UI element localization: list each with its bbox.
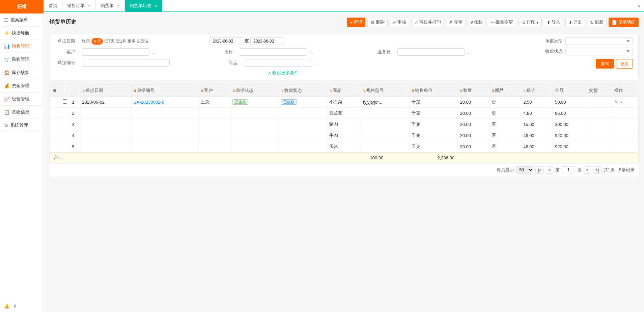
abandon-button[interactable]: ✗ 弃审	[446, 18, 466, 27]
import-button[interactable]: ⬆ 导入	[544, 18, 563, 27]
sidebar-item-sales[interactable]: 📊 销售管理	[0, 40, 44, 53]
settings-button[interactable]: 设置	[616, 59, 633, 69]
goods-input[interactable]	[244, 59, 311, 67]
edit-action-icon[interactable]: ✎	[614, 100, 618, 105]
pause-icon[interactable]: ⏸	[13, 304, 17, 309]
sidebar-item-purchase[interactable]: 🛒 采购管理	[0, 53, 44, 66]
col-date[interactable]: ⇅单据日期	[80, 85, 131, 97]
customer-more-icon[interactable]: ...	[151, 50, 155, 55]
quick-nav-icon: ⚡	[4, 30, 10, 36]
cell-action[interactable]: ✎ ⋯	[612, 97, 638, 108]
tab-sales-order[interactable]: 销售订单 ✕	[62, 0, 96, 12]
col-docno[interactable]: ⇅单据编号	[131, 85, 198, 97]
sidebar-item-inventory[interactable]: 🏠 库存核算	[0, 66, 44, 79]
tab-close-sales-goods[interactable]: ✕	[117, 4, 120, 8]
delete-button[interactable]: 🗑 删除	[367, 18, 388, 27]
cell-docno[interactable]	[131, 130, 198, 141]
payment-status-select[interactable]	[565, 48, 633, 55]
shortcut-more[interactable]: 更多	[128, 38, 136, 44]
shortcut-yesterday[interactable]: 昨天	[82, 38, 90, 44]
doc-type-select[interactable]	[565, 37, 633, 45]
date-to-input[interactable]	[250, 37, 284, 45]
show-detail-button[interactable]: 📄 显示明细	[609, 18, 639, 27]
docno-input[interactable]	[82, 59, 170, 67]
abandon-icon: ✗	[449, 20, 453, 25]
shortcut-custom[interactable]: 自定义	[137, 38, 149, 44]
data-table: ⚙ ⇅单据日期 ⇅单据编号 ⇅客户 ⇅单据状态 ⇅收款状态 ⇅商品 ⇅规格型号 …	[50, 85, 638, 152]
cell-action[interactable]	[612, 130, 638, 141]
col-goods[interactable]: ⇅商品	[327, 85, 361, 97]
page-number-input[interactable]	[562, 166, 575, 173]
select-all-checkbox[interactable]	[63, 88, 67, 92]
cell-trade	[587, 119, 612, 130]
col-config[interactable]: ⚙	[50, 85, 60, 97]
warehouse-more-icon[interactable]: ...	[309, 50, 313, 55]
tab-home[interactable]: 首页	[44, 0, 62, 12]
staff-more-icon[interactable]: ...	[467, 50, 471, 55]
col-paystatus[interactable]: ⇅收款状态	[279, 85, 327, 97]
page-size-select[interactable]: 50 10 20 100	[516, 166, 533, 174]
cell-checkbox[interactable]	[60, 141, 70, 152]
warehouse-input[interactable]	[240, 48, 307, 56]
shortcut-7days[interactable]: 近7天	[104, 38, 115, 44]
tab-sales-history[interactable]: 销货单历史 ✕	[125, 0, 163, 12]
audit-button[interactable]: ✓ 审核	[390, 18, 409, 27]
tab-sales-goods[interactable]: 销货单 ✕	[96, 0, 125, 12]
sidebar-item-search[interactable]: ☰ 搜索菜单	[0, 14, 44, 27]
col-unit[interactable]: ⇅销售单位	[409, 85, 458, 97]
print-button[interactable]: 🖨 打印 ▾	[518, 18, 542, 27]
sidebar-item-finance[interactable]: 💰 资金管理	[0, 79, 44, 93]
sidebar-item-system[interactable]: ⚙ 系统管理	[0, 119, 44, 132]
cell-docno[interactable]: SA-20230602-0	[131, 97, 198, 108]
cell-docno[interactable]	[131, 108, 198, 119]
export-button[interactable]: ⬇ 导出	[565, 18, 585, 27]
add-button[interactable]: + 新增	[347, 18, 365, 27]
date-from-input[interactable]	[209, 37, 243, 45]
cell-checkbox[interactable]	[60, 119, 70, 130]
collect-button[interactable]: ¥ 收款	[468, 18, 486, 27]
notification-icon[interactable]: 🔔	[4, 304, 9, 309]
first-page-btn[interactable]: |<	[535, 166, 544, 174]
cell-trade	[587, 108, 612, 119]
batch-change-button[interactable]: ✏ 批量变更	[488, 18, 516, 27]
row-checkbox[interactable]	[63, 99, 67, 104]
col-price[interactable]: ⇅单价	[521, 85, 553, 97]
goods-more-icon[interactable]: ...	[313, 60, 317, 66]
shortcut-today[interactable]: 今天	[91, 38, 103, 45]
more-action-icon[interactable]: ⋯	[619, 100, 624, 105]
col-qty[interactable]: ⇅数量	[458, 85, 489, 97]
cell-action[interactable]	[612, 141, 638, 152]
shortcut-1month[interactable]: 近1月	[116, 38, 127, 44]
cell-checkbox[interactable]	[60, 97, 70, 108]
tab-close-sales-order[interactable]: ✕	[88, 4, 91, 8]
tab-close-sales-history[interactable]: ✕	[155, 4, 158, 8]
col-customer[interactable]: ⇅客户	[199, 85, 230, 97]
collapse-button[interactable]: ∧ 收起更多条件	[55, 70, 511, 76]
col-gift[interactable]: ⇅赠品	[489, 85, 521, 97]
sidebar-item-ops[interactable]: 📈 经营管理	[0, 93, 44, 106]
cell-checkbox[interactable]	[60, 130, 70, 141]
pay-status-badge: 已收款	[281, 99, 297, 105]
audit-print-button[interactable]: ✓ 审核并打印	[411, 18, 444, 27]
col-spec[interactable]: ⇅规格型号	[361, 85, 410, 97]
cell-docno[interactable]	[131, 119, 198, 130]
sidebar-item-baseinfo[interactable]: 📋 基础信息	[0, 106, 44, 119]
cell-trade	[587, 97, 612, 108]
cell-docno[interactable]	[131, 141, 198, 152]
query-button[interactable]: 查询	[596, 59, 614, 69]
sidebar-item-quicknav[interactable]: ⚡ 快捷导航	[0, 27, 44, 40]
col-docstatus[interactable]: ⇅单据状态	[230, 85, 279, 97]
doc-no-link[interactable]: SA-20230602-0	[134, 100, 164, 105]
cell-checkbox[interactable]	[60, 108, 70, 119]
cell-action[interactable]	[612, 119, 638, 130]
cell-date: 2023-06-02	[80, 97, 131, 108]
last-page-btn[interactable]: >|	[593, 166, 601, 174]
cell-action[interactable]	[612, 108, 638, 119]
prev-page-btn[interactable]: <	[546, 166, 553, 174]
refresh-button[interactable]: ↻ 刷新	[587, 18, 607, 27]
customer-input[interactable]	[82, 48, 149, 56]
staff-input[interactable]	[397, 48, 465, 56]
col-checkbox[interactable]	[60, 85, 70, 97]
tab-close-all[interactable]: ✕	[634, 3, 644, 8]
next-page-btn[interactable]: >	[584, 166, 591, 174]
